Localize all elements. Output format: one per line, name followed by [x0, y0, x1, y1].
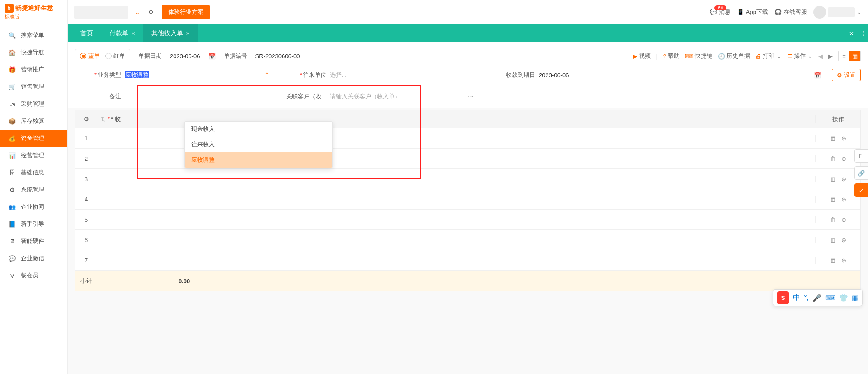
table-settings-button[interactable]: ⚙ — [75, 116, 97, 122]
rail-note-icon[interactable]: 🗒 — [854, 149, 868, 163]
sidebar-item-bag[interactable]: 🛍采购管理 — [0, 95, 67, 112]
prev-doc-icon[interactable]: ◀ — [818, 53, 823, 60]
sidebar-item-box[interactable]: 📦库存核算 — [0, 112, 67, 130]
chevron-down-icon: ⌄ — [857, 9, 862, 15]
user-menu[interactable]: ⌄ — [813, 6, 862, 19]
due-date-value[interactable]: 2023-06-06 — [539, 72, 569, 79]
sidebar-item-nav[interactable]: 🏠快捷导航 — [0, 44, 67, 61]
ime-keyboard-icon[interactable]: ⌨ — [825, 294, 835, 302]
sidebar-item-label: 新手引导 — [21, 220, 44, 228]
sidebar-item-hw[interactable]: 🖥智能硬件 — [0, 233, 67, 250]
radio-blue[interactable]: 蓝单 — [80, 52, 100, 60]
sidebar-item-report[interactable]: 📊经营管理 — [0, 147, 67, 164]
table-row[interactable]: 6🗑⊕ — [75, 230, 860, 250]
guide-icon: 📘 — [8, 220, 16, 228]
delete-row-icon[interactable]: 🗑 — [830, 196, 836, 203]
row-index: 4 — [75, 196, 97, 203]
report-icon: 📊 — [8, 151, 16, 159]
add-row-icon[interactable]: ⊕ — [841, 216, 846, 223]
hotkey-button[interactable]: ⌨快捷键 — [685, 52, 712, 60]
view-card-icon[interactable]: ▦ — [849, 51, 860, 61]
dropdown-option[interactable]: 应收调整 — [185, 152, 332, 168]
partner-select[interactable]: 选择... ⋯ — [330, 69, 475, 81]
sidebar-item-cart[interactable]: 🛒销售管理 — [0, 78, 67, 95]
sidebar-item-wallet[interactable]: 💰资金管理 — [0, 130, 67, 147]
table-row[interactable]: 3🗑⊕ — [75, 169, 860, 189]
delete-row-icon[interactable]: 🗑 — [830, 257, 836, 264]
radio-red[interactable]: 红单 — [105, 52, 125, 60]
tab-付款单[interactable]: 付款单✕ — [101, 24, 143, 42]
next-doc-icon[interactable]: ▶ — [828, 53, 833, 60]
topbar: ⌄ ⚙ 体验行业方案 💬 99+ 消息 📱 App下载 🎧 在线客服 — [68, 0, 868, 24]
table-sort-header[interactable]: ⇅** 收 — [97, 115, 174, 123]
delete-row-icon[interactable]: 🗑 — [830, 135, 836, 142]
ime-toolbar[interactable]: S 中 °, 🎤 ⌨ 👕 ▦ — [773, 289, 863, 306]
add-row-icon[interactable]: ⊕ — [841, 155, 846, 162]
sidebar-item-search[interactable]: 🔍搜索菜单 — [0, 27, 67, 44]
calendar-icon[interactable]: 📅 — [208, 53, 216, 60]
ime-menu-icon[interactable]: ▦ — [852, 294, 859, 302]
add-row-icon[interactable]: ⊕ — [841, 196, 846, 203]
add-row-icon[interactable]: ⊕ — [841, 237, 846, 243]
row-index: 7 — [75, 257, 97, 264]
operate-button[interactable]: ☰操作⌄ — [787, 52, 813, 60]
close-icon[interactable]: ✕ — [186, 31, 190, 37]
help-button[interactable]: ?帮助 — [663, 52, 679, 60]
sidebar-item-gift[interactable]: 🎁营销推广 — [0, 61, 67, 78]
tab-首页[interactable]: 首页 — [72, 24, 101, 42]
sidebar-item-guide[interactable]: 📘新手引导 — [0, 215, 67, 233]
ime-voice-icon[interactable]: 🎤 — [812, 294, 821, 302]
sidebar-item-label: 系统管理 — [21, 186, 44, 194]
table-row[interactable]: 7🗑⊕ — [75, 250, 860, 271]
messages-button[interactable]: 💬 99+ 消息 — [710, 8, 731, 16]
app-download-button[interactable]: 📱 App下载 — [737, 8, 768, 16]
print-label: 打印 — [763, 52, 774, 60]
sidebar-item-wechat[interactable]: 💬企业微信 — [0, 250, 67, 267]
doc-date-value[interactable]: 2023-06-06 — [170, 53, 200, 60]
history-button[interactable]: 🕘历史单据 — [718, 52, 750, 60]
close-icon[interactable]: ✕ — [131, 31, 135, 37]
view-list-icon[interactable]: ≡ — [839, 51, 849, 61]
doc-no-label: 单据编号 — [224, 52, 247, 60]
delete-row-icon[interactable]: 🗑 — [830, 237, 836, 243]
delete-row-icon[interactable]: 🗑 — [830, 216, 836, 223]
dropdown-option[interactable]: 现金收入 — [185, 122, 332, 137]
add-row-icon[interactable]: ⊕ — [841, 257, 846, 264]
trial-industry-button[interactable]: 体验行业方案 — [162, 5, 210, 19]
video-help-button[interactable]: ▶视频 — [633, 52, 651, 60]
headset-icon: 🎧 — [774, 9, 782, 15]
ime-skin-icon[interactable]: 👕 — [839, 294, 848, 302]
table-row[interactable]: 4🗑⊕ — [75, 189, 860, 210]
tab-expand-icon[interactable]: ⛶ — [859, 30, 864, 37]
ime-lang[interactable]: 中 — [793, 293, 800, 303]
radio-red-label: 红单 — [113, 52, 125, 60]
sidebar-item-sys[interactable]: ⚙系统管理 — [0, 181, 67, 198]
rail-link-icon[interactable]: 🔗 — [854, 166, 868, 180]
ime-punct-icon[interactable]: °, — [804, 294, 809, 302]
sidebar-item-team[interactable]: 👥企业协同 — [0, 198, 67, 215]
sidebar-item-member[interactable]: V畅会员 — [0, 267, 67, 284]
delete-row-icon[interactable]: 🗑 — [830, 155, 836, 162]
form-settings-button[interactable]: ⚙ 设置 — [832, 69, 861, 81]
add-row-icon[interactable]: ⊕ — [841, 135, 846, 142]
sidebar-item-db[interactable]: 🗄基础信息 — [0, 164, 67, 181]
table-row[interactable]: 5🗑⊕ — [75, 210, 860, 230]
delete-row-icon[interactable]: 🗑 — [830, 176, 836, 182]
settings-icon[interactable]: ⚙ — [145, 6, 157, 19]
rail-expand-icon[interactable]: ⤢ — [854, 183, 868, 197]
tab-close-current-icon[interactable]: ✕ — [849, 30, 854, 37]
dropdown-option[interactable]: 往来收入 — [185, 137, 332, 152]
view-mode-toggle: ≡ ▦ — [838, 51, 861, 61]
related-customer-input[interactable]: 请输入关联客户（收入单） ⋯ — [330, 90, 475, 103]
org-caret-icon[interactable]: ⌄ — [135, 9, 140, 16]
print-button[interactable]: 🖨打印⌄ — [755, 52, 782, 60]
add-row-icon[interactable]: ⊕ — [841, 176, 846, 182]
org-selector[interactable] — [74, 6, 128, 19]
tab-其他收入单[interactable]: 其他收入单✕ — [143, 24, 198, 42]
biz-type-select[interactable]: 应收调整 ⌃ — [125, 69, 269, 81]
online-support-button[interactable]: 🎧 在线客服 — [774, 8, 807, 16]
more-icon[interactable]: ⋯ — [468, 93, 475, 100]
remark-input[interactable] — [125, 90, 269, 103]
calendar-icon[interactable]: 📅 — [814, 72, 821, 79]
more-icon[interactable]: ⋯ — [468, 71, 475, 78]
